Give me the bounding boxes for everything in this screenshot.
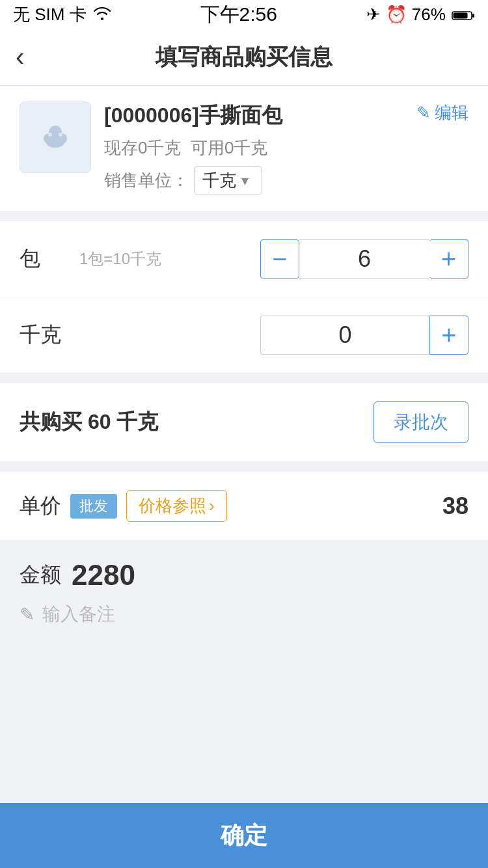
status-right: ✈ ⏰ 76% <box>366 5 475 25</box>
price-row: 单价 批发 价格参照 › 38 <box>0 472 488 541</box>
amount-row: 金额 2280 <box>20 559 468 591</box>
pack-label: 包 <box>20 245 72 273</box>
arrow-icon: › <box>209 496 215 516</box>
kg-increment-button[interactable]: + <box>429 316 468 355</box>
kg-row: 千克 + <box>0 297 488 373</box>
batch-button[interactable]: 录批次 <box>373 401 468 443</box>
carrier-label: 无 SIM 卡 <box>13 3 87 26</box>
product-unit: 销售单位： 千克 ▾ <box>104 166 468 195</box>
total-row: 共购买 60 千克 录批次 <box>0 383 488 461</box>
total-text: 共购买 60 千克 <box>20 408 158 437</box>
svg-point-7 <box>48 133 52 137</box>
pack-decrement-button[interactable]: − <box>260 239 299 278</box>
svg-point-8 <box>59 133 62 137</box>
kg-quantity-input[interactable] <box>260 316 429 355</box>
wifi-icon <box>93 5 111 25</box>
kg-label: 千克 <box>20 321 72 349</box>
edit-icon: ✎ <box>416 103 431 123</box>
back-button[interactable]: ‹ <box>16 42 24 72</box>
svg-rect-1 <box>454 12 468 18</box>
price-reference-button[interactable]: 价格参照 › <box>126 490 227 522</box>
amount-section: 金额 2280 ✎ 输入备注 <box>0 541 488 645</box>
note-placeholder[interactable]: 输入备注 <box>42 602 115 627</box>
note-row[interactable]: ✎ 输入备注 <box>20 602 468 627</box>
product-name: [0000006]手撕面包 <box>104 102 468 130</box>
confirm-button[interactable]: 确定 <box>0 803 488 868</box>
nav-bar: ‹ 填写商品购买信息 <box>0 29 488 86</box>
pack-row: 包 1包=10千克 − + <box>0 221 488 297</box>
pack-quantity-input[interactable] <box>299 239 429 278</box>
status-time: 下午2:56 <box>200 1 277 28</box>
svg-rect-2 <box>472 14 474 18</box>
battery-label: 76% <box>412 5 475 25</box>
pack-sublabel: 1包=10千克 <box>79 249 260 269</box>
location-icon: ✈ <box>366 5 381 25</box>
status-left: 无 SIM 卡 <box>13 3 111 26</box>
alarm-icon: ⏰ <box>386 5 407 25</box>
price-value: 38 <box>442 493 468 520</box>
pack-quantity-control: − + <box>260 239 468 278</box>
price-label: 单价 <box>20 492 61 521</box>
price-section: 单价 批发 价格参照 › 38 <box>0 472 488 541</box>
amount-label: 金额 <box>20 561 61 590</box>
price-tag: 批发 <box>70 494 117 519</box>
pack-increment-button[interactable]: + <box>429 239 468 278</box>
product-card: [0000006]手撕面包 现存0千克 可用0千克 销售单位： 千克 ▾ ✎ 编… <box>0 86 488 211</box>
svg-point-6 <box>46 137 64 148</box>
amount-value: 2280 <box>72 559 135 591</box>
pencil-icon: ✎ <box>20 604 34 625</box>
product-thumbnail <box>20 102 91 173</box>
product-stock: 现存0千克 可用0千克 <box>104 137 468 159</box>
kg-quantity-control: + <box>260 316 468 355</box>
unit-select[interactable]: 千克 ▾ <box>194 166 262 195</box>
status-bar: 无 SIM 卡 下午2:56 ✈ ⏰ 76% <box>0 0 488 29</box>
edit-button[interactable]: ✎ 编辑 <box>416 102 468 124</box>
product-info: [0000006]手撕面包 现存0千克 可用0千克 销售单位： 千克 ▾ <box>104 102 468 195</box>
quantity-section: 包 1包=10千克 − + 千克 + <box>0 221 488 373</box>
page-title: 填写商品购买信息 <box>156 42 332 72</box>
